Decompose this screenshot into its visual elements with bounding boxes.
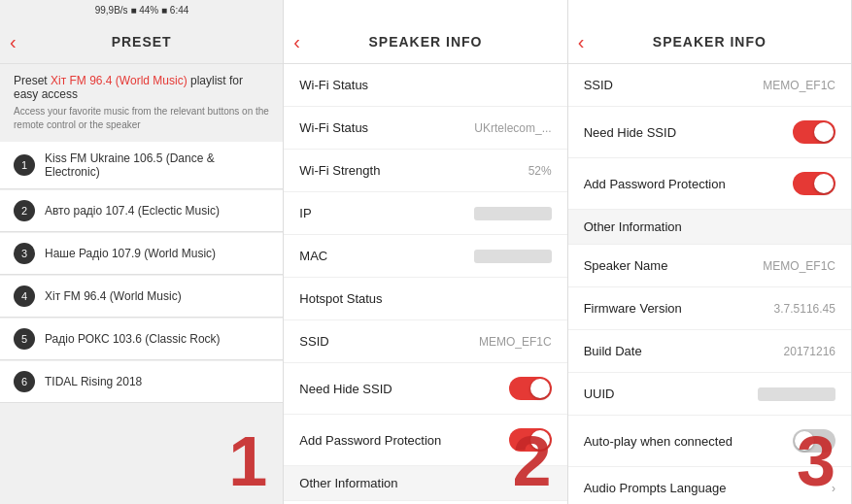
toggle-knob bbox=[814, 122, 834, 142]
info-label: Firmware Version bbox=[584, 301, 682, 316]
info-row-wifi-strength: Wi-Fi Strength 52% bbox=[284, 150, 566, 192]
info-label: Speaker Name bbox=[584, 258, 668, 273]
info-value: MEMO_EF1C bbox=[479, 335, 552, 349]
preset-description: Preset Хіт FM 96.4 (World Music) playlis… bbox=[0, 64, 283, 142]
info-row-hotspot: Hotspot Status bbox=[284, 278, 566, 320]
info-row-ssid-3: SSID MEMO_EF1C bbox=[568, 64, 851, 107]
list-item[interactable]: 6 TIDAL Rising 2018 bbox=[0, 361, 283, 403]
info-value: MEMO_EF1C bbox=[763, 259, 835, 273]
info-row-ip: IP bbox=[284, 192, 566, 235]
info-value-blurred bbox=[474, 250, 552, 263]
panel-3: 0,00B/s ■ 41% ■ 6:56 ‹ SPEAKER INFO SSID… bbox=[568, 0, 852, 504]
panel-number-2: 2 bbox=[513, 426, 552, 496]
section-other-info-3: Other Information bbox=[568, 210, 851, 245]
panel-1-title: PRESET bbox=[112, 34, 172, 50]
preset-highlight: Хіт FM 96.4 (World Music) bbox=[51, 74, 187, 87]
preset-item-name: Наше Радіо 107.9 (World Music) bbox=[45, 247, 216, 260]
info-label: Wi-Fi Strength bbox=[299, 163, 380, 178]
list-item[interactable]: 5 Радіо РОКС 103.6 (Classic Rock) bbox=[0, 319, 283, 360]
info-value: 20171216 bbox=[784, 345, 835, 358]
info-label: Wi-Fi Status bbox=[299, 120, 368, 135]
info-label: Need Hide SSID bbox=[299, 382, 392, 396]
info-row-hide-ssid-3: Need Hide SSID bbox=[568, 107, 851, 158]
info-row-wifi-status-empty: Wi-Fi Status bbox=[284, 64, 566, 107]
back-icon-2[interactable]: ‹ bbox=[293, 30, 300, 52]
preset-number: 4 bbox=[14, 286, 35, 307]
panel-2-header: ‹ SPEAKER INFO bbox=[284, 19, 566, 64]
info-row-speaker-name-3: Speaker Name MEMO_EF1C bbox=[568, 245, 851, 287]
info-value: 3.7.5116.45 bbox=[774, 302, 835, 316]
toggle-hide-ssid-3[interactable] bbox=[793, 120, 835, 144]
list-item[interactable]: 2 Авто радіо 107.4 (Eclectic Music) bbox=[0, 190, 283, 232]
info-label: MAC bbox=[299, 249, 327, 263]
info-row-firmware: Firmware Version 3.7.5116.45 bbox=[568, 287, 851, 330]
section-label: Other Information bbox=[299, 476, 397, 490]
info-row-hide-ssid: Need Hide SSID bbox=[284, 363, 566, 415]
toggle-knob bbox=[530, 379, 550, 398]
preset-item-name: Хіт FM 96.4 (World Music) bbox=[45, 289, 182, 303]
info-label: Hotspot Status bbox=[299, 291, 382, 306]
info-label: Build Date bbox=[584, 344, 642, 358]
info-label: SSID bbox=[299, 334, 328, 349]
panel-3-title: SPEAKER INFO bbox=[653, 34, 767, 50]
preset-number: 3 bbox=[14, 243, 35, 264]
info-value: 52% bbox=[528, 164, 552, 178]
status-text-1: 99,9B/s ■ 44% ■ 6:44 bbox=[95, 5, 189, 16]
info-row-ssid: SSID MEMO_EF1C bbox=[284, 320, 566, 363]
info-row-password-3: Add Password Protection bbox=[568, 158, 851, 210]
info-label: Audio Prompts Language bbox=[584, 481, 727, 495]
panel-number-1: 1 bbox=[228, 426, 267, 496]
info-label: UUID bbox=[584, 386, 615, 401]
info-value-blurred bbox=[758, 387, 835, 401]
section-label-3: Other Information bbox=[584, 219, 682, 234]
panel-3-header: ‹ SPEAKER INFO bbox=[568, 19, 851, 64]
panel-1: 99,9B/s ■ 44% ■ 6:44 ‹ PRESET Preset Хіт… bbox=[0, 0, 284, 504]
panel-number-3: 3 bbox=[797, 426, 835, 496]
info-row-uuid: UUID bbox=[568, 373, 851, 416]
info-label: IP bbox=[299, 206, 311, 220]
list-item[interactable]: 1 Kiss FM Ukraine 106.5 (Dance & Electro… bbox=[0, 142, 283, 189]
preset-subtitle: Access your favorite music from the rele… bbox=[14, 105, 269, 132]
preset-number: 1 bbox=[14, 154, 35, 176]
preset-item-name: Авто радіо 107.4 (Eclectic Music) bbox=[45, 204, 220, 218]
info-row-mac: MAC bbox=[284, 235, 566, 278]
info-row-wifi-status: Wi-Fi Status UKrtelecom_... bbox=[284, 107, 566, 150]
preset-item-name: TIDAL Rising 2018 bbox=[45, 375, 142, 388]
toggle-knob bbox=[814, 174, 834, 193]
info-value: UKrtelecom_... bbox=[474, 121, 551, 135]
list-item[interactable]: 4 Хіт FM 96.4 (World Music) bbox=[0, 276, 283, 318]
preset-item-name: Kiss FM Ukraine 106.5 (Dance & Electroni… bbox=[45, 151, 269, 179]
preset-number: 5 bbox=[14, 328, 35, 350]
info-label: SSID bbox=[584, 78, 613, 92]
preset-item-name: Радіо РОКС 103.6 (Classic Rock) bbox=[45, 332, 221, 346]
preset-number: 2 bbox=[14, 200, 35, 221]
info-label: Add Password Protection bbox=[584, 177, 726, 191]
info-label: Add Password Protection bbox=[299, 433, 441, 448]
preset-title: Preset Хіт FM 96.4 (World Music) playlis… bbox=[14, 74, 269, 101]
preset-list: 1 Kiss FM Ukraine 106.5 (Dance & Electro… bbox=[0, 142, 283, 404]
toggle-hide-ssid[interactable] bbox=[509, 377, 552, 400]
info-value-blurred bbox=[474, 207, 552, 220]
info-label: Need Hide SSID bbox=[584, 125, 676, 140]
info-label: Auto-play when connected bbox=[584, 434, 733, 449]
preset-number: 6 bbox=[14, 371, 35, 392]
info-value: MEMO_EF1C bbox=[763, 79, 835, 92]
info-label: Wi-Fi Status bbox=[299, 78, 368, 92]
toggle-password-3[interactable] bbox=[793, 172, 835, 195]
panel-1-header: ‹ PRESET bbox=[0, 19, 283, 64]
status-bar-1: 99,9B/s ■ 44% ■ 6:44 bbox=[0, 0, 284, 19]
panel-2: 39,9B/s ■ 41% ■ 6:56 ‹ SPEAKER INFO Wi-F… bbox=[284, 0, 567, 504]
back-icon-3[interactable]: ‹ bbox=[578, 30, 585, 52]
list-item[interactable]: 3 Наше Радіо 107.9 (World Music) bbox=[0, 233, 283, 275]
info-row-build-date: Build Date 20171216 bbox=[568, 330, 851, 373]
panel-2-title: SPEAKER INFO bbox=[368, 34, 482, 50]
back-icon-1[interactable]: ‹ bbox=[10, 30, 17, 52]
